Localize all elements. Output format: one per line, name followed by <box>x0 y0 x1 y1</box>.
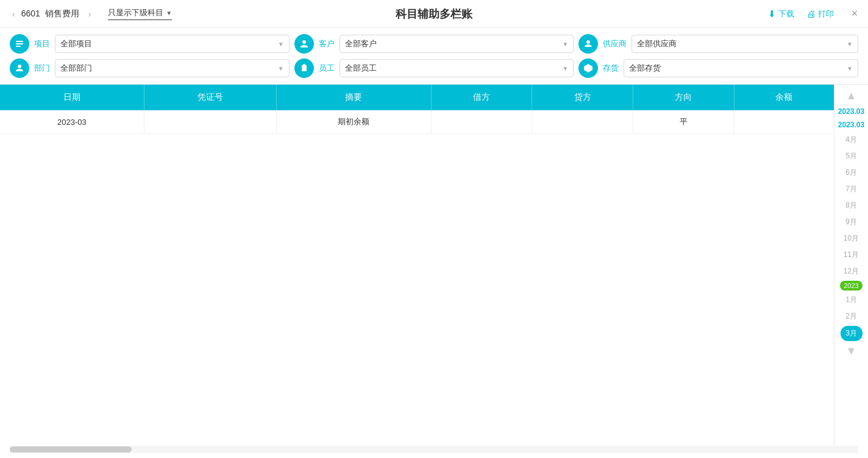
svg-point-3 <box>586 40 590 44</box>
svg-rect-0 <box>16 41 23 42</box>
cell-credit <box>532 110 633 134</box>
svg-rect-5 <box>302 65 307 71</box>
horizontal-scrollbar[interactable] <box>10 446 858 453</box>
timeline-up-arrow[interactable]: ▲ <box>844 87 859 105</box>
table-row[interactable]: 2023-03期初余额平 <box>0 110 834 134</box>
svg-point-4 <box>18 65 21 68</box>
col-voucher: 凭证号 <box>144 85 276 110</box>
inventory-label: 存货 <box>603 63 619 74</box>
print-button[interactable]: 🖨 打印 <box>806 9 834 19</box>
employee-select-arrow: ▼ <box>562 65 568 72</box>
cell-balance <box>734 110 834 134</box>
ledger-table: 日期 凭证号 摘要 借方 贷方 方向 余额 2023-03期初余额平 <box>0 85 834 134</box>
timeline-month[interactable]: 7月 <box>842 181 860 197</box>
top-bar: ‹ 6601 销售费用 › 只显示下级科目 ▼ 科目辅助多栏账 ⬇ 下载 🖨 打… <box>0 0 868 28</box>
nav-left-arrow[interactable]: ‹ <box>10 8 18 20</box>
employee-icon <box>294 58 314 78</box>
project-label: 项目 <box>34 38 50 49</box>
show-sub-label: 只显示下级科目 <box>108 7 163 18</box>
timeline-year-badge[interactable]: 2023 <box>840 281 862 291</box>
filter-row-customer: 客户 全部客户 ▼ <box>294 34 574 54</box>
page-title: 科目辅助多栏账 <box>396 7 472 21</box>
timeline-month[interactable]: 9月 <box>842 214 860 230</box>
svg-rect-2 <box>16 46 21 47</box>
chevron-down-icon: ▼ <box>166 10 172 16</box>
employee-label: 员工 <box>319 63 335 74</box>
print-icon: 🖨 <box>806 9 816 19</box>
close-button[interactable]: × <box>847 6 862 21</box>
timeline-month[interactable]: 10月 <box>842 230 860 247</box>
scrollbar-thumb[interactable] <box>10 446 132 453</box>
filter-row-project: 项目 全部项目 ▼ <box>10 34 290 54</box>
toolbar-right: ⬇ 下载 🖨 打印 <box>768 9 834 19</box>
table-wrapper: 日期 凭证号 摘要 借方 贷方 方向 余额 2023-03期初余额平 ▲ 202… <box>0 85 868 446</box>
cell-debit <box>431 110 532 134</box>
project-icon <box>10 34 29 54</box>
filter-row-dept: 部门 全部部门 ▼ <box>10 58 290 78</box>
dept-select-arrow: ▼ <box>278 65 284 72</box>
svg-rect-6 <box>303 64 305 66</box>
customer-select[interactable]: 全部客户 ▼ <box>340 35 574 53</box>
col-summary: 摘要 <box>276 85 431 110</box>
customer-icon <box>294 34 314 54</box>
download-button[interactable]: ⬇ 下载 <box>768 9 794 19</box>
table-container[interactable]: 日期 凭证号 摘要 借方 贷方 方向 余额 2023-03期初余额平 <box>0 85 834 446</box>
filter-row-supplier: 供应商 全部供应商 ▼ <box>578 34 858 54</box>
timeline-month[interactable]: 4月 <box>842 132 860 148</box>
filter-row-inventory: 存货 全部存货 ▼ <box>578 58 858 78</box>
supplier-select-arrow: ▼ <box>847 41 853 48</box>
timeline-month[interactable]: 12月 <box>842 263 860 280</box>
customer-select-arrow: ▼ <box>562 41 568 48</box>
print-label: 打印 <box>818 9 834 19</box>
timeline-header-2: 2023.03 <box>837 118 866 132</box>
account-nav: ‹ 6601 销售费用 › <box>10 8 93 20</box>
filter-row-employee: 员工 全部员工 ▼ <box>294 58 574 78</box>
filter-bar: 项目 全部项目 ▼ 客户 全部客户 ▼ <box>0 28 868 85</box>
employee-select[interactable]: 全部员工 ▼ <box>340 59 574 77</box>
timeline-sidebar: ▲ 2023.03 2023.03 4月5月6月7月8月9月10月11月12月 … <box>834 85 868 446</box>
inventory-icon <box>578 58 598 78</box>
col-balance: 余额 <box>734 85 834 110</box>
project-select-arrow: ▼ <box>278 41 284 48</box>
inventory-select[interactable]: 全部存货 ▼ <box>624 59 858 77</box>
customer-label: 客户 <box>319 38 335 49</box>
timeline-month[interactable]: 6月 <box>842 164 860 181</box>
timeline-month[interactable]: 5月 <box>842 148 860 164</box>
timeline-month[interactable]: 11月 <box>842 247 860 263</box>
nav-right-arrow[interactable]: › <box>86 8 94 20</box>
svg-rect-1 <box>16 43 23 44</box>
dept-icon <box>10 58 29 78</box>
cell-summary: 期初余额 <box>276 110 431 134</box>
timeline-month[interactable]: 8月 <box>842 197 860 214</box>
inventory-select-arrow: ▼ <box>847 65 853 72</box>
timeline-month[interactable]: 1月 <box>841 292 863 308</box>
col-credit: 贷方 <box>532 85 633 110</box>
col-date: 日期 <box>0 85 144 110</box>
timeline-month[interactable]: 3月 <box>841 326 863 341</box>
cell-voucher <box>144 110 276 134</box>
dept-label: 部门 <box>34 63 50 74</box>
supplier-select[interactable]: 全部供应商 ▼ <box>631 35 858 53</box>
timeline-header-1: 2023.03 <box>837 105 866 118</box>
timeline-month[interactable]: 2月 <box>841 308 863 325</box>
show-sub-dropdown[interactable]: 只显示下级科目 ▼ <box>108 7 172 20</box>
cell-direction: 平 <box>633 110 735 134</box>
dept-select[interactable]: 全部部门 ▼ <box>55 59 290 77</box>
project-select[interactable]: 全部项目 ▼ <box>55 35 290 53</box>
supplier-icon <box>578 34 598 54</box>
main-window: × ‹ 6601 销售费用 › 只显示下级科目 ▼ 科目辅助多栏账 ⬇ 下载 🖨… <box>0 0 868 458</box>
cell-date: 2023-03 <box>0 110 144 134</box>
account-label: 6601 销售费用 <box>21 9 82 19</box>
timeline-down-arrow[interactable]: ▼ <box>844 342 859 360</box>
col-debit: 借方 <box>431 85 532 110</box>
col-direction: 方向 <box>633 85 735 110</box>
download-label: 下载 <box>778 9 794 19</box>
supplier-label: 供应商 <box>603 38 627 49</box>
download-icon: ⬇ <box>768 9 776 19</box>
